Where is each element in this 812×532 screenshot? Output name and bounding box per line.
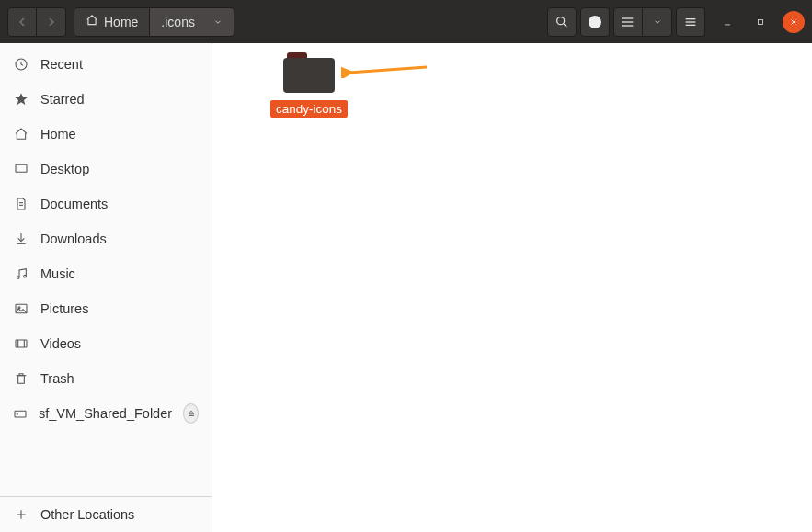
sidebar-item-music[interactable]: Music [0, 256, 212, 291]
window-maximize-button[interactable] [749, 11, 772, 33]
pictures-icon [13, 300, 29, 317]
sidebar-item-trash[interactable]: Trash [0, 361, 212, 396]
sidebar-item-label: Downloads [40, 232, 107, 246]
sidebar-item-documents[interactable]: Documents [0, 187, 212, 221]
sidebar: Recent Starred Home Desktop Documents Do… [0, 43, 212, 532]
eject-button[interactable] [183, 403, 199, 424]
file-view[interactable]: candy-icons [212, 43, 812, 532]
svg-marker-16 [15, 93, 27, 105]
svg-rect-26 [16, 340, 27, 347]
sidebar-item-label: Documents [40, 197, 108, 211]
view-dropdown-button[interactable] [643, 7, 672, 37]
nav-group [7, 7, 66, 37]
body: Recent Starred Home Desktop Documents Do… [0, 43, 812, 532]
sidebar-item-videos[interactable]: Videos [0, 326, 212, 361]
recording-indicator[interactable] [580, 7, 610, 37]
toolbar-right [547, 7, 805, 37]
hamburger-menu-button[interactable] [676, 7, 705, 37]
path-home[interactable]: Home [74, 7, 150, 37]
plus-icon [13, 506, 29, 523]
folder-item[interactable]: candy-icons [268, 52, 350, 118]
sidebar-item-label: sf_VM_Shared_Folder [39, 406, 172, 421]
downloads-icon [13, 231, 29, 247]
star-icon [13, 91, 29, 108]
svg-point-23 [24, 275, 27, 277]
documents-icon [13, 196, 29, 212]
clock-icon [13, 56, 29, 73]
sidebar-item-recent[interactable]: Recent [0, 47, 212, 82]
view-list-button[interactable] [613, 7, 643, 37]
svg-rect-17 [16, 164, 27, 172]
sidebar-item-label: Home [40, 127, 76, 141]
sidebar-item-label: Desktop [40, 162, 89, 176]
svg-line-35 [349, 67, 427, 73]
view-group [613, 7, 672, 37]
svg-line-1 [564, 24, 566, 27]
sidebar-item-desktop[interactable]: Desktop [0, 152, 212, 187]
sidebar-item-downloads[interactable]: Downloads [0, 221, 212, 256]
svg-point-7 [623, 25, 623, 26]
folder-label: candy-icons [270, 100, 348, 118]
window-close-button[interactable] [783, 11, 805, 33]
sidebar-item-label: Videos [40, 336, 81, 351]
sidebar-item-label: Trash [40, 371, 74, 386]
back-button[interactable] [7, 7, 37, 37]
svg-point-5 [623, 17, 623, 18]
sidebar-item-label: Pictures [40, 301, 88, 316]
svg-point-0 [557, 17, 565, 24]
sidebar-item-pictures[interactable]: Pictures [0, 291, 212, 326]
home-icon [13, 126, 29, 142]
desktop-icon [13, 161, 29, 177]
sidebar-item-label: Starred [40, 92, 85, 107]
window-minimize-button[interactable] [716, 11, 738, 33]
path-bar: Home .icons [74, 7, 234, 37]
circle-icon [589, 16, 601, 28]
svg-rect-12 [759, 19, 763, 24]
sidebar-item-home[interactable]: Home [0, 117, 212, 152]
forward-button[interactable] [37, 7, 66, 37]
search-button[interactable] [547, 7, 577, 37]
svg-point-6 [623, 21, 623, 22]
sidebar-item-label: Music [40, 266, 75, 281]
svg-point-22 [17, 277, 19, 279]
sidebar-item-label: Other Locations [40, 507, 134, 522]
sidebar-item-starred[interactable]: Starred [0, 82, 212, 117]
titlebar: Home .icons [0, 0, 812, 43]
sidebar-item-other-locations[interactable]: Other Locations [0, 497, 212, 532]
svg-marker-31 [189, 411, 194, 414]
sidebar-item-shared-folder[interactable]: sf_VM_Shared_Folder [0, 396, 212, 431]
folder-icon [283, 52, 335, 93]
path-home-label: Home [104, 15, 138, 29]
path-current[interactable]: .icons [150, 7, 234, 37]
videos-icon [13, 335, 29, 352]
drive-icon [13, 405, 28, 422]
trash-icon [13, 370, 29, 387]
svg-point-30 [17, 413, 17, 414]
music-icon [13, 266, 29, 282]
annotation-arrow [341, 56, 429, 78]
home-icon [86, 14, 98, 29]
path-current-label: .icons [161, 15, 195, 29]
chevron-down-icon [213, 15, 223, 29]
sidebar-item-label: Recent [40, 57, 83, 72]
